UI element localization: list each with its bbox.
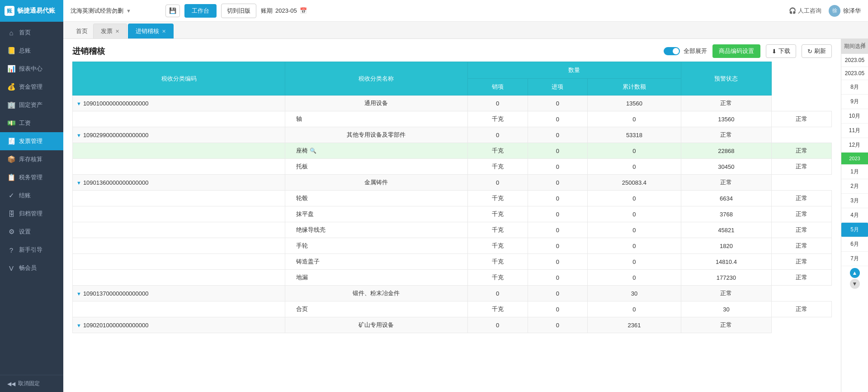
- sidebar-item-invoice[interactable]: 🧾 发票管理: [0, 132, 63, 150]
- sidebar-label-inventory: 库存核算: [19, 155, 42, 163]
- period-label: 账期: [261, 7, 273, 15]
- sidebar-item-fixed-assets[interactable]: 🏢 固定资产: [0, 96, 63, 114]
- product-code-btn[interactable]: 商品编码设置: [712, 44, 760, 58]
- sidebar-item-report[interactable]: 📊 报表中心: [0, 60, 63, 78]
- cell-name: 地漏: [285, 270, 468, 286]
- period-item[interactable]: 4月: [841, 208, 868, 223]
- period-item[interactable]: 1月: [841, 165, 868, 179]
- period-item[interactable]: 2023: [841, 153, 868, 165]
- period-item[interactable]: 12月: [841, 138, 868, 153]
- cell-total: 2361: [588, 317, 681, 333]
- fixed-assets-icon: 🏢: [7, 101, 15, 109]
- table-row[interactable]: 绝缘导线壳 千克 0 0 45821 正常: [73, 222, 832, 238]
- cell-name: 金属铸件: [285, 175, 468, 191]
- period-value: 2023-05: [275, 7, 297, 14]
- cell-purchase: 0: [588, 254, 681, 270]
- service-label: 人工咨询: [798, 7, 821, 15]
- archive-icon: 🗄: [7, 210, 15, 218]
- sidebar-pin-toggle[interactable]: ◀◀ 取消固定: [0, 375, 63, 392]
- table-row[interactable]: 手轮 千克 0 0 1820 正常: [73, 238, 832, 254]
- cell-sale: 0: [528, 222, 588, 238]
- period-item[interactable]: 11月: [841, 124, 868, 138]
- topbar-right: 🎧 人工咨询 徐 徐泽华: [789, 5, 861, 17]
- table-row[interactable]: 托板 千克 0 0 30450 正常: [73, 159, 832, 175]
- period-item[interactable]: 2月: [841, 179, 868, 194]
- table-row[interactable]: ▼10901370000000000000 锻件、粉末冶金件 0 0 30 正常: [73, 286, 832, 301]
- cell-name: 托板: [285, 159, 468, 175]
- table-row[interactable]: 地漏 千克 0 0 177230 正常: [73, 270, 832, 286]
- period-item[interactable]: 10月: [841, 109, 868, 124]
- period-item[interactable]: 9月: [841, 95, 868, 109]
- table-row[interactable]: 座椅 🔍 千克 0 0 22868 正常: [73, 143, 832, 159]
- table-row[interactable]: 轮毂 千克 0 0 6634 正常: [73, 191, 832, 206]
- report-icon: 📊: [7, 65, 15, 73]
- table-row[interactable]: ▼10901360000000000000 金属铸件 0 0 250083.4 …: [73, 175, 832, 191]
- tab-home[interactable]: 首页: [71, 24, 93, 38]
- sidebar-item-settings[interactable]: ⚙ 设置: [0, 223, 63, 241]
- table-row[interactable]: 抹平盘 千克 0 0 3768 正常: [73, 206, 832, 222]
- scroll-up-btn[interactable]: ▲: [850, 268, 860, 278]
- tab-invoice[interactable]: 发票 ✕: [93, 24, 127, 38]
- sidebar-item-settlement[interactable]: ✓ 结账: [0, 186, 63, 205]
- scroll-down-btn[interactable]: ▼: [850, 279, 860, 289]
- refresh-button[interactable]: ↻ 刷新: [802, 44, 832, 58]
- download-button[interactable]: ⬇ 下载: [766, 44, 796, 58]
- table-row[interactable]: 铸造盖子 千克 0 0 14810.4 正常: [73, 254, 832, 270]
- capital-icon: 💰: [7, 83, 15, 91]
- save-button[interactable]: 💾: [165, 5, 180, 17]
- sidebar-label-settlement: 结账: [19, 191, 31, 200]
- cell-unit: 千克: [467, 238, 528, 254]
- cell-purchase: 0: [588, 159, 681, 175]
- period-item[interactable]: 8月: [841, 80, 868, 95]
- table-row[interactable]: 合页 千克 0 0 30 正常: [73, 301, 832, 317]
- period-item[interactable]: 5月: [841, 223, 868, 237]
- cell-unit: 千克: [467, 191, 528, 206]
- sidebar-label-ledger: 总账: [19, 47, 31, 55]
- table-row[interactable]: 轴 千克 0 0 13560 正常: [73, 111, 832, 127]
- table-row[interactable]: ▼10902990000000000000 其他专用设备及零部件 0 0 533…: [73, 127, 832, 143]
- calendar-icon[interactable]: 📅: [300, 7, 307, 14]
- page-actions: 全部展开 商品编码设置 ⬇ 下载 ↻ 刷新: [664, 44, 832, 58]
- sidebar-item-ledger[interactable]: 📒 总账: [0, 42, 63, 60]
- main-area: 沈海英测试经营勿删 ▼ 💾 工作台 切到旧版 账期 2023-05 📅 🎧 人工…: [63, 0, 868, 392]
- sidebar-item-salary[interactable]: 💵 工资: [0, 114, 63, 132]
- cell-code: [73, 143, 285, 159]
- member-icon: V: [7, 264, 15, 272]
- sidebar-item-tax[interactable]: 📋 税务管理: [0, 168, 63, 186]
- search-icon[interactable]: 🔍: [310, 148, 316, 154]
- tab-reconcile[interactable]: 进销稽核 ✕: [128, 24, 174, 38]
- workbench-button[interactable]: 工作台: [184, 4, 217, 18]
- sidebar-item-member[interactable]: V 畅会员: [0, 259, 63, 277]
- cell-sale: 0: [528, 206, 588, 222]
- panel-close-btn[interactable]: ✕: [861, 41, 866, 48]
- cell-status: 正常: [681, 175, 772, 191]
- table-row[interactable]: ▼10901000000000000000 通用设备 0 0 13560 正常: [73, 96, 832, 111]
- sidebar-item-home[interactable]: ⌂ 首页: [0, 24, 63, 42]
- tab-invoice-close[interactable]: ✕: [115, 29, 119, 34]
- th-purchase: 进项: [528, 79, 588, 96]
- expand-toggle[interactable]: [664, 47, 680, 55]
- sidebar-item-inventory[interactable]: 📦 库存核算: [0, 150, 63, 168]
- period-item[interactable]: 2023.05: [841, 67, 868, 80]
- sidebar-label-member: 畅会员: [19, 264, 37, 272]
- cell-status: 正常: [681, 96, 772, 111]
- company-selector[interactable]: 沈海英测试经营勿删 ▼: [71, 7, 161, 15]
- cell-code: [73, 191, 285, 206]
- tab-reconcile-close[interactable]: ✕: [162, 29, 166, 34]
- sidebar-item-capital[interactable]: 💰 资金管理: [0, 78, 63, 96]
- th-status: 预警状态: [681, 62, 772, 96]
- period-item[interactable]: 2023.05: [841, 54, 868, 67]
- customer-service[interactable]: 🎧 人工咨询: [789, 7, 821, 15]
- period-item[interactable]: 3月: [841, 194, 868, 208]
- old-version-button[interactable]: 切到旧版: [221, 4, 256, 18]
- cell-code: ▼10902990000000000000: [73, 127, 285, 143]
- sidebar-item-guide[interactable]: ? 新手引导: [0, 241, 63, 259]
- period-item[interactable]: 7月: [841, 252, 868, 266]
- user-menu[interactable]: 徐 徐泽华: [829, 5, 861, 17]
- cell-status: 正常: [772, 254, 832, 270]
- sidebar-item-archive[interactable]: 🗄 归档管理: [0, 205, 63, 223]
- period-item[interactable]: 6月: [841, 237, 868, 252]
- right-panel: 期间选择 ✕ 2023.052023.058月9月10月11月12月20231月…: [841, 39, 868, 392]
- table-row[interactable]: ▼10902010000000000000 矿山专用设备 0 0 2361 正常: [73, 317, 832, 333]
- cell-status: 正常: [772, 270, 832, 286]
